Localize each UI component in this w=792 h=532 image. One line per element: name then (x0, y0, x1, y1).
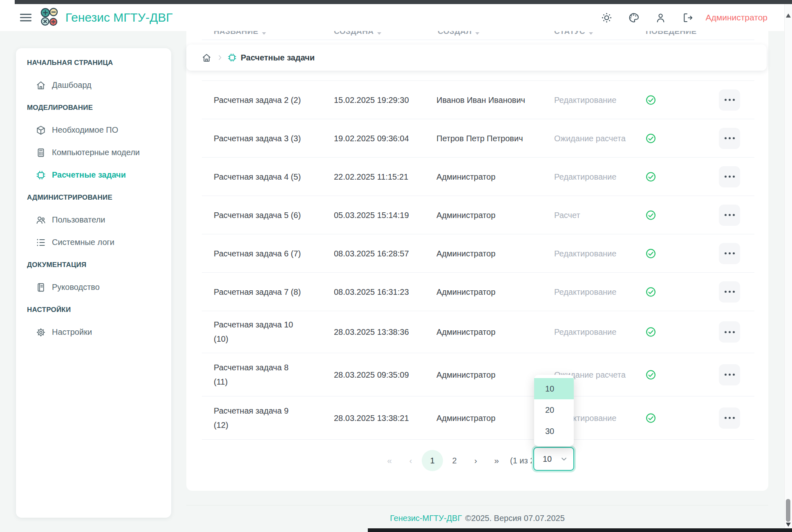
scroll-down-arrow[interactable] (786, 523, 791, 527)
sidebar-section-settings: НАСТРОЙКИ (16, 298, 171, 321)
sidebar-section-documentation: ДОКУМЕНТАЦИЯ (16, 254, 171, 276)
task-name: Расчетная задача 8 (11) (214, 361, 318, 389)
chip-icon (36, 170, 46, 180)
table-row: Расчетная задача 9 (12) 28.03.2025 13:38… (202, 396, 754, 440)
sidebar-item-system-logs[interactable]: Системные логи (16, 231, 171, 254)
calculator-icon (36, 147, 46, 158)
list-icon (36, 237, 46, 248)
page-size-select[interactable]: 10 (533, 447, 574, 471)
task-name: Расчетная задача 2 (2) (214, 93, 318, 107)
dropdown-option-20[interactable]: 20 (534, 399, 574, 421)
home-icon[interactable] (201, 53, 212, 63)
check-circle-icon (645, 286, 656, 297)
window-top-strip (15, 0, 792, 4)
task-creator: Администратор (436, 411, 495, 425)
scrollbar[interactable] (784, 0, 792, 532)
check-circle-icon (645, 171, 656, 182)
breadcrumb: Расчетные задачи (186, 45, 767, 71)
sidebar-item-label: Компьютерные модели (52, 148, 140, 157)
sidebar-item-label: Расчетные задачи (52, 170, 126, 180)
menu-icon[interactable] (19, 11, 33, 24)
check-circle-icon (645, 369, 656, 380)
check-circle-icon (645, 94, 656, 105)
table-row: Расчетная задача 10 (10) 28.03.2025 13:3… (202, 311, 754, 353)
task-name: Расчетная задача 3 (3) (214, 131, 318, 145)
sidebar-section-modeling: МОДЕЛИРОВАНИЕ (16, 96, 171, 119)
dropdown-option-30[interactable]: 30 (534, 421, 574, 442)
check-circle-icon (645, 248, 656, 259)
task-created: 15.02.2025 19:29:30 (334, 93, 409, 107)
users-icon (36, 215, 46, 225)
scroll-up-arrow[interactable] (786, 13, 791, 18)
row-actions-button[interactable] (719, 243, 740, 264)
window-strip-left (0, 0, 15, 4)
pagination-prev-button[interactable]: ‹ (409, 450, 412, 471)
footer-brand-link[interactable]: Генезис-МГТУ-ДВГ (390, 514, 462, 523)
row-actions-button[interactable] (719, 128, 740, 149)
content-panel: НАЗВАНИЕ СОЗДАНА СОЗДАЛ СТАТУС ПОВЕДЕНИЕ (186, 4, 768, 491)
table-row: Расчетная задача 8 (11) 28.03.2025 09:35… (202, 353, 754, 396)
task-creator: Администратор (436, 367, 495, 382)
row-actions-button[interactable] (719, 166, 740, 187)
book-icon (36, 282, 46, 293)
task-creator: Администратор (436, 208, 495, 222)
sidebar-item-dashboard[interactable]: Дашбоард (16, 74, 171, 96)
task-name: Расчетная задача 4 (5) (214, 169, 318, 184)
logout-icon[interactable] (682, 12, 694, 24)
footer-separator (186, 505, 768, 505)
pagination-last-button[interactable]: » (494, 450, 499, 471)
app-header: Генезис МГТУ-ДВГ Администратор (0, 4, 785, 31)
pagination-page-2[interactable]: 2 (444, 450, 465, 471)
chevron-down-icon (560, 455, 568, 463)
page-size-value: 10 (543, 454, 552, 464)
chip-icon (227, 53, 237, 62)
table-row: Расчетная задача 4 (5) 22.02.2025 11:15:… (202, 157, 754, 196)
task-name: Расчетная задача 6 (7) (214, 246, 318, 260)
app-logo-icon[interactable] (39, 7, 60, 28)
current-user-label[interactable]: Администратор (705, 13, 767, 22)
task-status: Редактирование (554, 93, 616, 107)
task-status: Редактирование (554, 246, 616, 260)
sidebar-item-settings[interactable]: Настройки (16, 321, 171, 343)
task-created: 28.03.2025 09:35:09 (334, 367, 409, 382)
theme-sun-icon[interactable] (601, 12, 613, 24)
sidebar-item-computer-models[interactable]: Компьютерные модели (16, 141, 171, 164)
task-created: 28.03.2025 13:38:36 (334, 325, 409, 339)
user-icon[interactable] (655, 12, 667, 24)
palette-icon[interactable] (628, 12, 640, 24)
row-actions-button[interactable] (719, 281, 740, 303)
tasks-table: Расчетная задача 2 (2) 15.02.2025 19:29:… (186, 80, 768, 440)
task-status: Ожидание расчета (554, 131, 626, 145)
pagination-first-button[interactable]: « (387, 450, 392, 471)
table-row: Расчетная задача 5 (6) 05.03.2025 15:14:… (202, 196, 754, 234)
row-actions-button[interactable] (719, 407, 740, 429)
dropdown-option-10[interactable]: 10 (534, 378, 574, 399)
sidebar-item-calculation-tasks[interactable]: Расчетные задачи (16, 164, 171, 186)
task-name: Расчетная задача 9 (12) (214, 404, 318, 432)
footer: Генезис-МГТУ-ДВГ©2025. Версия 07.07.2025 (186, 514, 768, 523)
sidebar-item-label: Пользователи (52, 215, 105, 225)
footer-copyright: ©2025. Версия 07.07.2025 (465, 514, 565, 523)
row-actions-button[interactable] (719, 321, 740, 343)
sidebar-item-users[interactable]: Пользователи (16, 209, 171, 231)
task-name: Расчетная задача 5 (6) (214, 208, 318, 222)
task-name: Расчетная задача 7 (8) (214, 285, 318, 299)
row-actions-button[interactable] (719, 89, 740, 111)
sidebar: НАЧАЛЬНАЯ СТРАНИЦА Дашбоард МОДЕЛИРОВАНИ… (16, 48, 171, 518)
sidebar-item-label: Системные логи (52, 238, 114, 247)
sidebar-item-software[interactable]: Необходимое ПО (16, 119, 171, 141)
row-actions-button[interactable] (719, 205, 740, 226)
sidebar-item-label: Дашбоард (52, 80, 92, 90)
home-icon (36, 80, 46, 91)
pagination-page-1[interactable]: 1 (422, 450, 443, 471)
row-actions-button[interactable] (719, 364, 740, 385)
table-row: Расчетная задача 3 (3) 19.02.2025 09:36:… (202, 119, 754, 157)
scrollbar-thumb[interactable] (786, 499, 790, 522)
check-circle-icon (645, 412, 656, 423)
pagination-next-button[interactable]: › (474, 450, 477, 471)
breadcrumb-current: Расчетные задачи (241, 53, 315, 62)
sidebar-item-manual[interactable]: Руководство (16, 276, 171, 298)
task-created: 08.03.2025 16:31:23 (334, 285, 409, 299)
check-circle-icon (645, 327, 656, 338)
app-title[interactable]: Генезис МГТУ-ДВГ (65, 11, 173, 24)
